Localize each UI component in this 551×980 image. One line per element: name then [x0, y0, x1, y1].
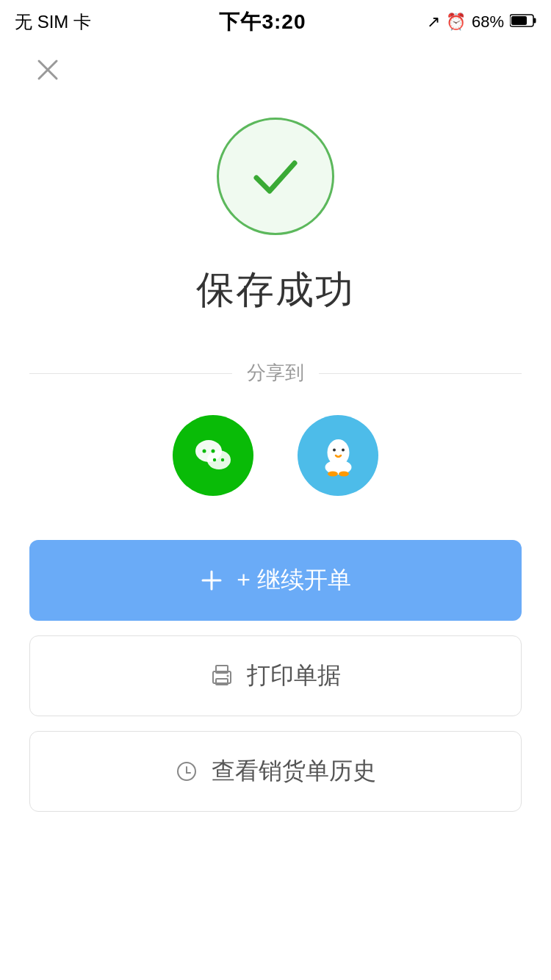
svg-point-14 [333, 448, 336, 451]
alarm-icon: ⏰ [446, 12, 466, 32]
location-icon: ↗ [427, 12, 440, 32]
continue-label: + 继续开单 [237, 564, 351, 597]
share-label: 分享到 [232, 360, 319, 386]
battery-text: 68% [472, 12, 504, 32]
svg-point-8 [211, 449, 215, 453]
success-title: 保存成功 [196, 264, 355, 316]
carrier-text: 无 SIM 卡 [15, 10, 91, 34]
status-bar: 无 SIM 卡 下午3:20 ↗ ⏰ 68% [0, 0, 551, 44]
svg-point-9 [212, 458, 215, 461]
history-button[interactable]: 查看销货单历史 [29, 731, 522, 812]
svg-point-7 [202, 449, 206, 453]
share-divider: 分享到 [0, 360, 551, 386]
status-time: 下午3:20 [219, 8, 306, 36]
close-button[interactable] [29, 51, 66, 88]
svg-rect-1 [533, 18, 536, 24]
status-right: ↗ ⏰ 68% [427, 12, 536, 32]
svg-point-24 [227, 675, 229, 677]
svg-point-6 [207, 450, 231, 469]
svg-point-15 [342, 448, 345, 451]
actions: + 继续开单 打印单据 查看销货单历史 [0, 540, 551, 812]
svg-rect-2 [511, 16, 527, 25]
svg-point-17 [328, 471, 338, 476]
battery-icon [510, 12, 536, 32]
share-icons [173, 415, 378, 496]
qq-share-button[interactable] [298, 415, 378, 496]
history-label: 查看销货单历史 [212, 755, 376, 788]
main-content: 保存成功 分享到 [0, 44, 551, 812]
continue-button[interactable]: + 继续开单 [29, 540, 522, 621]
print-label: 打印单据 [247, 660, 341, 692]
status-left: 无 SIM 卡 [15, 10, 98, 34]
success-circle [217, 118, 334, 235]
svg-point-18 [339, 471, 349, 476]
share-section: 分享到 [0, 360, 551, 496]
svg-point-10 [220, 458, 223, 461]
wechat-share-button[interactable] [173, 415, 253, 496]
print-button[interactable]: 打印单据 [29, 635, 522, 716]
